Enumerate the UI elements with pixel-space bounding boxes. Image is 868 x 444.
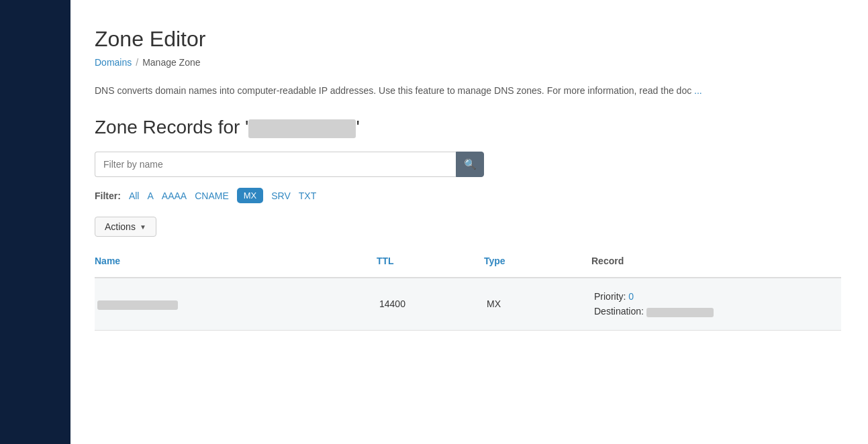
table-row: 14400 MX Priority: 0 Destination: — [95, 278, 841, 331]
filter-row: Filter: All A AAAA CNAME MX SRV TXT — [95, 188, 841, 203]
col-header-name[interactable]: Name — [95, 250, 377, 272]
section-title-prefix: Zone Records for ' — [95, 117, 248, 137]
table-header: Name TTL Type Record — [95, 250, 841, 278]
filter-option-all[interactable]: All — [129, 190, 140, 201]
filter-option-a[interactable]: A — [147, 190, 153, 201]
breadcrumb: Domains / Manage Zone — [95, 57, 841, 68]
filter-label: Filter: — [95, 190, 121, 201]
cell-type: MX — [484, 298, 591, 309]
breadcrumb-separator: / — [136, 57, 138, 68]
destination-redacted — [646, 308, 714, 317]
name-redacted — [97, 300, 178, 310]
sidebar — [0, 0, 70, 444]
section-title-suffix: ' — [356, 117, 359, 137]
breadcrumb-domains-link[interactable]: Domains — [95, 57, 132, 68]
main-content: Zone Editor Domains / Manage Zone DNS co… — [70, 0, 868, 444]
actions-label: Actions — [105, 221, 136, 232]
table: Name TTL Type Record 14400 MX Priority: … — [95, 250, 841, 331]
filter-option-aaaa[interactable]: AAAA — [162, 190, 187, 201]
filter-option-srv[interactable]: SRV — [271, 190, 291, 201]
actions-button[interactable]: Actions ▼ — [95, 217, 156, 237]
description-text: DNS converts domain names into computer-… — [95, 85, 691, 96]
search-icon: 🔍 — [464, 158, 477, 170]
doc-link[interactable]: ... — [694, 85, 702, 96]
page-title: Zone Editor — [95, 27, 841, 52]
filter-option-mx[interactable]: MX — [237, 188, 264, 203]
cell-name — [95, 298, 377, 309]
search-row: 🔍 — [95, 152, 484, 177]
description: DNS converts domain names into computer-… — [95, 84, 841, 98]
record-destination: Destination: — [594, 304, 838, 319]
breadcrumb-current: Manage Zone — [142, 57, 200, 68]
cell-record: Priority: 0 Destination: — [591, 289, 841, 319]
col-header-ttl[interactable]: TTL — [377, 250, 484, 272]
section-title: Zone Records for ' ' — [95, 117, 841, 138]
col-header-type[interactable]: Type — [484, 250, 591, 272]
filter-option-txt[interactable]: TXT — [299, 190, 316, 201]
filter-option-cname[interactable]: CNAME — [195, 190, 229, 201]
record-priority: Priority: 0 — [594, 289, 838, 304]
search-button[interactable]: 🔍 — [456, 152, 484, 177]
cell-ttl: 14400 — [377, 298, 484, 309]
caret-icon: ▼ — [140, 223, 146, 231]
col-header-record: Record — [591, 250, 841, 272]
priority-value: 0 — [628, 291, 634, 302]
domain-name-redacted — [248, 119, 356, 138]
search-input[interactable] — [95, 152, 456, 177]
